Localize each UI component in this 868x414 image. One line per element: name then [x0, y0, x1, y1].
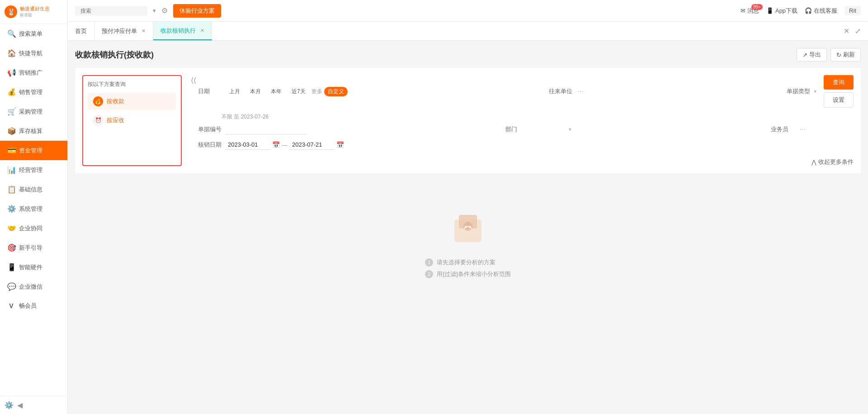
sidebar-item-basic-info[interactable]: 📋 基础信息 — [0, 180, 67, 199]
date-last-month-btn[interactable]: 上月 — [225, 86, 244, 97]
staff-label: 业务员 — [771, 125, 794, 133]
filter-panel: 按以下方案查询 💰 按收款 ⏰ 按应收 ⟨⟨ 日期 — [75, 68, 861, 173]
date-last-7-days-btn[interactable]: 近7天 — [288, 86, 310, 97]
verify-start-input[interactable] — [225, 140, 270, 150]
tab-expand-action[interactable]: ⤢ — [853, 25, 863, 37]
page-header: 收款核销执行(按收款) ↗ 导出 ↻ 刷新 — [75, 48, 861, 62]
sidebar-item-label: 畅会员 — [19, 302, 37, 310]
membership-icon: V — [7, 302, 15, 309]
sidebar-item-beginner[interactable]: 🎯 新手引导 — [0, 238, 67, 257]
tab-home[interactable]: 首页 — [68, 22, 94, 40]
date-this-year-btn[interactable]: 本年 — [267, 86, 286, 97]
collapse-more-label: 收起更多条件 — [818, 158, 854, 166]
verify-start-cal-icon[interactable]: 📅 — [272, 141, 280, 148]
date-more-btn[interactable]: 更多 — [311, 88, 322, 95]
doc-type-select[interactable]: ▾ — [814, 88, 816, 95]
search-button[interactable]: 查询 — [824, 75, 854, 90]
industry-btn[interactable]: 休验行业方案 — [173, 4, 221, 18]
sidebar-item-label: 搜索菜单 — [19, 30, 42, 38]
sales-icon: 💰 — [7, 88, 15, 96]
filter-option-by-receipt[interactable]: 💰 按收款 — [88, 93, 176, 110]
sidebar-collapse-icon[interactable]: ◀ — [17, 401, 23, 409]
date-buttons: 上月 本月 本年 近7天 更多 自定义 — [225, 86, 348, 97]
sidebar-item-operations[interactable]: 📊 经营管理 — [0, 160, 67, 180]
staff-input[interactable]: ··· — [798, 125, 807, 133]
tab-receipts[interactable]: 收款核销执行 ✕ — [153, 22, 212, 40]
doc-no-input[interactable] — [225, 124, 307, 134]
filter-scheme-selector: 按以下方案查询 💰 按收款 ⏰ 按应收 — [82, 75, 182, 166]
sidebar-item-search-menu[interactable]: 🔍 搜索菜单 — [0, 24, 67, 43]
filter-row-3: 核销日期 📅 — 📅 — [198, 140, 854, 150]
service-icon: 🎧 — [805, 7, 812, 14]
sidebar-item-label: 采购管理 — [19, 108, 42, 116]
filter-option-by-receivable[interactable]: ⏰ 按应收 — [88, 112, 176, 129]
filter-scheme-title: 按以下方案查询 — [88, 81, 176, 88]
sidebar-item-label: 资金管理 — [19, 147, 42, 155]
sidebar-item-sales[interactable]: 💰 销售管理 — [0, 82, 67, 102]
topbar-app-btn[interactable]: 📱 App下载 — [766, 7, 797, 15]
counterpart-label: 往来单位 — [549, 87, 572, 95]
dept-select[interactable]: ▾ — [569, 126, 571, 133]
export-button[interactable]: ↗ 导出 — [797, 48, 827, 62]
sidebar-item-wechat[interactable]: 💬 企业微信 — [0, 277, 67, 296]
empty-icon — [445, 206, 491, 251]
verify-date-range: 📅 — 📅 — [225, 140, 344, 150]
page-title: 收款核销执行(按收款) — [75, 49, 154, 60]
doc-no-field: 单据编号 — [198, 124, 307, 134]
receivable-option-icon: ⏰ — [93, 115, 103, 125]
topbar-user[interactable]: Rit — [844, 6, 861, 15]
counterpart-input[interactable]: ··· — [576, 87, 585, 95]
empty-hint-2: 2 用[过滤]条件来缩小分析范围 — [425, 270, 510, 278]
basic-info-icon: 📋 — [7, 185, 15, 194]
sidebar-item-marketing[interactable]: 📢 营销推广 — [0, 63, 67, 82]
tab-close-action[interactable]: ✕ — [842, 25, 851, 37]
app-label: App下载 — [775, 7, 797, 15]
collapse-more-icon: ⋀ — [811, 159, 816, 166]
receivable-option-label: 按应收 — [107, 116, 124, 124]
refresh-label: 刷新 — [843, 51, 855, 59]
filter-row-1: 日期 上月 本月 本年 近7天 更多 自定义 往来单位 ··· — [198, 75, 854, 108]
tab-home-label: 首页 — [75, 27, 87, 35]
topbar-search-input[interactable] — [75, 6, 147, 16]
hint-num-1: 1 — [425, 258, 433, 266]
wechat-icon: 💬 — [7, 282, 15, 291]
sidebar-item-finance[interactable]: 💳 资金管理 — [0, 141, 67, 160]
sidebar-item-system[interactable]: ⚙️ 系统管理 — [0, 199, 67, 219]
topbar: ▾ ⚙ 休验行业方案 ✉ 消息 99+ 📱 App下载 🎧 在线客服 Rit — [68, 0, 868, 22]
sidebar-bottom: ⚙️ ◀ — [0, 396, 67, 414]
sidebar-item-enterprise[interactable]: 🤝 企业协同 — [0, 219, 67, 238]
sidebar-gear-icon[interactable]: ⚙️ — [5, 401, 14, 409]
tab-receipts-close[interactable]: ✕ — [200, 28, 204, 33]
finance-icon: 💳 — [7, 146, 15, 155]
sidebar-item-quick-nav[interactable]: 🏠 快捷导航 — [0, 43, 67, 63]
hint-num-2: 2 — [425, 270, 433, 278]
setting-button[interactable]: 设置 — [824, 92, 854, 108]
sidebar-item-label: 企业协同 — [19, 224, 42, 233]
topbar-service-btn[interactable]: 🎧 在线客服 — [805, 7, 837, 15]
collapse-left-arrow[interactable]: ⟨⟨ — [189, 76, 198, 85]
filter-row-2: 单据编号 部门 ▾ 业务员 ··· — [198, 124, 854, 134]
sidebar-item-label: 新手引导 — [19, 244, 42, 252]
svg-point-4 — [469, 226, 471, 228]
tab-prepay[interactable]: 预付冲应付单 ✕ — [94, 22, 153, 40]
sidebar-item-membership[interactable]: V 畅会员 — [0, 296, 67, 315]
sidebar-item-purchase[interactable]: 🛒 采购管理 — [0, 102, 67, 121]
sidebar-item-inventory[interactable]: 📦 库存核算 — [0, 121, 67, 141]
date-this-month-btn[interactable]: 本月 — [246, 86, 265, 97]
sidebar-item-label: 系统管理 — [19, 205, 42, 213]
purchase-icon: 🛒 — [7, 107, 15, 116]
doc-type-label: 单据类型 — [787, 87, 810, 95]
dept-label: 部门 — [505, 125, 529, 133]
verify-end-cal-icon[interactable]: 📅 — [336, 141, 344, 148]
topbar-dropdown-icon[interactable]: ▾ — [153, 7, 156, 14]
marketing-icon: 📢 — [7, 68, 15, 77]
sidebar-item-smart-hardware[interactable]: 📱 智能硬件 — [0, 257, 67, 277]
topbar-gear-icon[interactable]: ⚙ — [161, 6, 168, 15]
topbar-message-btn[interactable]: ✉ 消息 99+ — [741, 7, 759, 15]
verify-end-input[interactable] — [289, 140, 335, 150]
collapse-more-button[interactable]: ⋀ 收起更多条件 — [811, 158, 854, 166]
tab-prepay-close[interactable]: ✕ — [142, 28, 146, 34]
refresh-button[interactable]: ↻ 刷新 — [830, 48, 861, 62]
date-custom-btn[interactable]: 自定义 — [324, 87, 348, 96]
svg-point-3 — [465, 226, 467, 228]
